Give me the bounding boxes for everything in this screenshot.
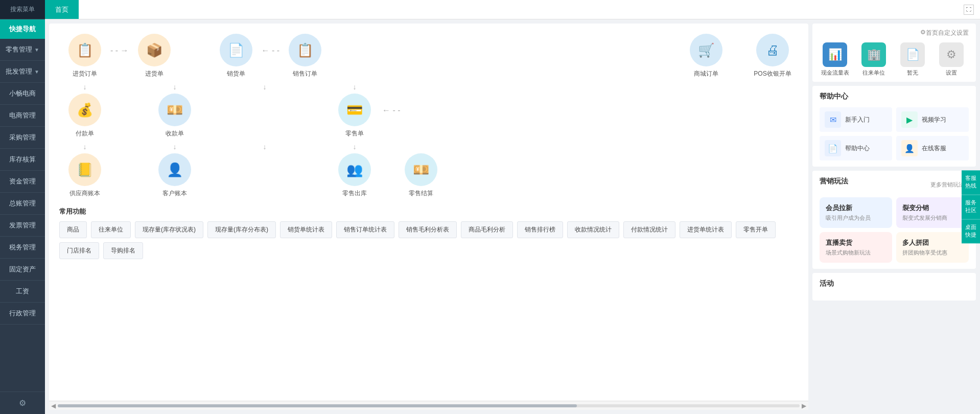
side-float-panel: 客服热线服务社区桌面快捷	[962, 170, 980, 243]
flow-node-payment[interactable]: 💰 付款单	[59, 94, 110, 138]
func-btn-3[interactable]: 现存量(库存分布表)	[207, 221, 276, 238]
scroll-right-arrow[interactable]: ▶	[802, 402, 806, 409]
quick-icon-1[interactable]: 🏢往来单位	[858, 42, 889, 77]
flow-node-receipt[interactable]: 💴 收款单	[149, 94, 200, 138]
sidebar-nav-header: 快捷导航	[0, 19, 45, 39]
help-item-3[interactable]: 👤在线客服	[896, 136, 969, 160]
flow-node-retail[interactable]: 💳 零售单	[329, 94, 380, 138]
marketing-card-0[interactable]: 会员拉新吸引用户成为会员	[820, 197, 892, 228]
func-btn-11[interactable]: 进货单统计表	[680, 221, 732, 238]
side-float-btn-0[interactable]: 客服热线	[962, 170, 980, 195]
sidebar-item-6[interactable]: 资金管理	[0, 171, 45, 193]
flow-label-supplier-book: 供应商账本	[69, 189, 100, 198]
func-btn-6[interactable]: 销售毛利分析表	[399, 221, 457, 238]
marketing-card-desc-3: 拼团购物享受优惠	[902, 249, 963, 257]
flow-node-sales-order[interactable]: 📋 销售订单	[279, 34, 331, 78]
sidebar-item-8[interactable]: 发票管理	[0, 215, 45, 237]
sidebar-item-7[interactable]: 总账管理	[0, 193, 45, 215]
func-btn-4[interactable]: 销货单统计表	[280, 221, 332, 238]
right-panel: ⚙ 首页自定义设置 📊现金流量表🏢往来单位📄暂无⚙设置 帮助中心 ✉新手入门▶视…	[812, 24, 976, 410]
flow-row-1: 📋 进货订单 - - → 📦 进货单 📄 销货单 ← -	[59, 34, 798, 78]
scroll-bar[interactable]: ◀ ▶	[49, 401, 808, 410]
help-label-2: 帮助中心	[845, 144, 870, 153]
flow-node-pos[interactable]: 🖨 POS收银开单	[747, 34, 798, 78]
func-btn-0[interactable]: 商品	[59, 221, 87, 238]
flow-node-supplier-book[interactable]: 📒 供应商账本	[59, 153, 110, 198]
sidebar-item-12[interactable]: 行政管理	[0, 303, 45, 325]
flow-node-retail-out[interactable]: 👥 零售出库	[329, 153, 380, 198]
flow-label-mall-order: 商城订单	[694, 70, 718, 78]
help-item-1[interactable]: ▶视频学习	[896, 107, 969, 132]
help-icon-2: 📄	[825, 140, 841, 156]
arrow-down-1: ↓	[59, 83, 110, 90]
help-item-2[interactable]: 📄帮助中心	[820, 136, 892, 160]
func-btn-13[interactable]: 门店排名	[59, 242, 99, 259]
arrow-down-8: ↓	[329, 143, 380, 150]
flow-node-sales[interactable]: 📄 销货单	[211, 34, 262, 78]
help-icon-1: ▶	[901, 111, 918, 128]
quick-access-settings-label: 首页自定义设置	[926, 29, 969, 37]
quick-icon-box-0: 📊	[823, 42, 847, 67]
func-btn-2[interactable]: 现存量(库存状况表)	[135, 221, 203, 238]
flow-row-2: 💰 付款单 💴 收款单 💳 零售单	[59, 94, 798, 138]
flow-circle-customer-book: 👤	[158, 153, 191, 186]
flow-node-purchase-order[interactable]: 📋 进货订单	[59, 34, 110, 78]
func-btn-8[interactable]: 销售排行榜	[517, 221, 563, 238]
sidebar-item-9[interactable]: 税务管理	[0, 237, 45, 259]
arrow-down-7: ↓	[239, 143, 290, 150]
func-btn-12[interactable]: 零售开单	[736, 221, 776, 238]
sidebar-item-2[interactable]: 小畅电商	[0, 83, 45, 105]
sidebar-item-3[interactable]: 电商管理	[0, 105, 45, 127]
quick-icon-label-0: 现金流量表	[821, 69, 849, 77]
sidebar-item-0[interactable]: 零售管理▼	[0, 39, 45, 61]
flow-circle-sales: 📄	[220, 34, 252, 66]
flow-node-purchase[interactable]: 📦 进货单	[129, 34, 180, 78]
spacer-2	[732, 51, 747, 62]
flow-circle-supplier-book: 📒	[68, 153, 101, 186]
quick-icon-box-1: 🏢	[861, 42, 886, 67]
flow-node-retail-settle[interactable]: 💴 零售结算	[395, 153, 447, 198]
quick-access-settings[interactable]: ⚙ 首页自定义设置	[820, 29, 969, 37]
func-btn-14[interactable]: 导购排名	[103, 242, 143, 259]
func-btn-10[interactable]: 付款情况统计	[623, 221, 675, 238]
sidebar-settings-button[interactable]: ⚙	[0, 392, 45, 414]
func-btn-5[interactable]: 销售订单统计表	[336, 221, 394, 238]
quick-icon-0[interactable]: 📊现金流量表	[820, 42, 850, 77]
quick-icon-2[interactable]: 📄暂无	[897, 42, 928, 77]
help-icon-0: ✉	[825, 111, 841, 128]
common-functions: 常用功能 商品往来单位现存量(库存状况表)现存量(库存分布表)销货单统计表销售订…	[49, 207, 808, 401]
quick-icon-label-2: 暂无	[907, 69, 918, 77]
side-float-btn-2[interactable]: 桌面快捷	[962, 219, 980, 244]
tab-home[interactable]: 首页	[45, 0, 79, 19]
scroll-left-arrow[interactable]: ◀	[51, 402, 56, 409]
marketing-card-2[interactable]: 直播卖货场景式购物新玩法	[820, 232, 892, 263]
help-item-0[interactable]: ✉新手入门	[820, 107, 892, 132]
quick-icon-3[interactable]: ⚙设置	[936, 42, 967, 77]
chevron-down-icon: ▼	[34, 69, 39, 75]
marketing-card-desc-1: 裂变式发展分销商	[902, 214, 963, 222]
spacer-1	[180, 51, 211, 62]
help-label-1: 视频学习	[922, 116, 946, 124]
func-btn-1[interactable]: 往来单位	[91, 221, 131, 238]
func-btn-9[interactable]: 收款情况统计	[567, 221, 619, 238]
sidebar-item-5[interactable]: 库存核算	[0, 149, 45, 171]
quick-icons-container: 📊现金流量表🏢往来单位📄暂无⚙设置	[820, 42, 969, 77]
marketing-card-3[interactable]: 多人拼团拼团购物享受优惠	[896, 232, 969, 263]
side-float-btn-1[interactable]: 服务社区	[962, 195, 980, 219]
scroll-track[interactable]	[58, 404, 800, 407]
sidebar-item-4[interactable]: 采购管理	[0, 127, 45, 149]
arrow-down-3: ↓	[239, 83, 290, 90]
flow-arrows-down-1: ↓ ↓ ↓ ↓	[59, 82, 798, 91]
arrow-down-4: ↓	[329, 83, 380, 90]
marketing-card-1[interactable]: 裂变分销裂变式发展分销商	[896, 197, 969, 228]
fullscreen-button[interactable]: ⛶	[964, 5, 974, 15]
flow-label-retail-settle: 零售结算	[409, 189, 433, 198]
sidebar-item-10[interactable]: 固定资产	[0, 259, 45, 281]
func-btn-7[interactable]: 商品毛利分析	[461, 221, 513, 238]
quick-icon-label-1: 往来单位	[862, 69, 885, 77]
flow-node-mall-order[interactable]: 🛒 商城订单	[681, 34, 732, 78]
sidebar-item-1[interactable]: 批发管理▼	[0, 61, 45, 83]
sidebar-item-11[interactable]: 工资	[0, 281, 45, 303]
sidebar-search[interactable]: 搜索菜单	[0, 0, 45, 19]
flow-node-customer-book[interactable]: 👤 客户账本	[149, 153, 200, 198]
